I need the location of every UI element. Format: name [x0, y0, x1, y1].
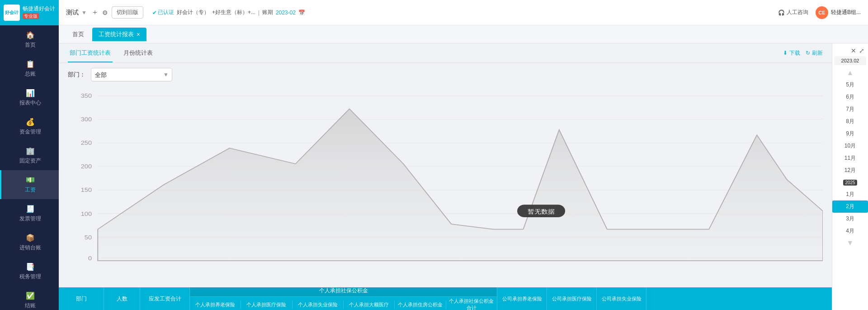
- tab-home[interactable]: 首页: [66, 28, 90, 41]
- col-personal-housing-fund: 个人承担住房公积金: [395, 300, 446, 309]
- month-7[interactable]: 7月: [832, 103, 868, 115]
- sidebar-item-reports[interactable]: 📊 报表中心: [0, 83, 59, 112]
- certified-badge: ✔ 已认证: [152, 9, 174, 16]
- sidebar: 好会计 畅捷通好会计 专业版 🏠 首页 📋 总账 📊 报表中心 💰 资金管理 🏢…: [0, 0, 59, 310]
- tab-salary-report[interactable]: 工资统计报表 ×: [92, 28, 146, 41]
- download-button[interactable]: ⬇ 下载: [783, 49, 800, 57]
- right-panel-controls: ✕ ⤢: [832, 43, 868, 54]
- col-personal-unemployment: 个人承担失业保险: [292, 300, 344, 309]
- right-panel-nav: ▲ 5月 6月 7月 8月 9月 10月 11月 12月 2025 1月 2月 …: [832, 67, 868, 310]
- trade-icon: 📦: [26, 234, 35, 242]
- sidebar-item-tax[interactable]: 📑 税务管理: [0, 257, 59, 286]
- month-9[interactable]: 9月: [832, 128, 868, 140]
- sub-tabbar: 部门工资统计表 月份统计表 ⬇ 下载 ↻ 刷新: [59, 43, 832, 63]
- sidebar-item-funds[interactable]: 💰 资金管理: [0, 112, 59, 141]
- month-1-2025[interactable]: 1月: [832, 188, 868, 200]
- tax-icon: 📑: [26, 262, 35, 271]
- refresh-icon: ↻: [806, 50, 810, 56]
- refresh-button[interactable]: ↻ 刷新: [806, 49, 823, 57]
- invoice-icon: 🧾: [26, 205, 35, 213]
- month-11[interactable]: 11月: [832, 152, 868, 164]
- main-body: 部门工资统计表 月份统计表 ⬇ 下载 ↻ 刷新: [59, 43, 832, 310]
- salary-icon: 💵: [26, 176, 35, 184]
- col-company-medical: 公司承担医疗保险: [547, 287, 597, 310]
- col-company-unemployment: 公司承担失业保险: [597, 287, 646, 310]
- col-personal-major-medical: 个人承担大额医疗: [344, 300, 395, 309]
- month-3-2025[interactable]: 3月: [832, 213, 868, 225]
- svg-text:暂无数据: 暂无数据: [528, 209, 555, 215]
- sub-tab-actions: ⬇ 下载 ↻ 刷新: [783, 49, 823, 57]
- department-filter: 全部 销售部 财务部 行政部 技术部 ▼: [91, 68, 172, 81]
- col-department: 部门: [59, 287, 104, 310]
- sidebar-item-home[interactable]: 🏠 首页: [0, 25, 59, 54]
- nav-up-button[interactable]: ▲: [845, 67, 856, 79]
- month-10[interactable]: 10月: [832, 140, 868, 152]
- tabbar: 首页 工资统计报表 ×: [59, 25, 868, 43]
- nav-down-button[interactable]: ▼: [845, 237, 856, 249]
- month-12[interactable]: 12月: [832, 164, 868, 176]
- sidebar-item-ledger[interactable]: 📋 总账: [0, 54, 59, 83]
- topbar: 测试 ▼ ＋ ⚙ 切到旧版 ✔ 已认证 好会计（专） +好生意（标）+... |…: [59, 0, 868, 25]
- close-panel-button[interactable]: ✕: [851, 47, 856, 54]
- tab-close-icon[interactable]: ×: [137, 31, 140, 38]
- svg-text:50: 50: [85, 234, 92, 240]
- sub-tab-monthly[interactable]: 月份统计表: [122, 44, 155, 62]
- panel-date-display: 2023.02: [834, 56, 866, 65]
- sidebar-item-salary[interactable]: 💵 工资: [0, 170, 59, 199]
- department-select[interactable]: 全部 销售部 财务部 行政部 技术部: [91, 68, 172, 81]
- main-area: 测试 ▼ ＋ ⚙ 切到旧版 ✔ 已认证 好会计（专） +好生意（标）+... |…: [59, 0, 868, 310]
- logo-icon: 好会计: [4, 5, 20, 21]
- month-4-2025[interactable]: 4月: [832, 225, 868, 237]
- col-personal-medical: 个人承担医疗保险: [241, 300, 292, 309]
- department-filter-label: 部门：: [68, 71, 85, 79]
- calendar-icon[interactable]: 📅: [298, 10, 305, 16]
- chart-area: 350 300 250 200 150 100 50 0: [59, 86, 832, 287]
- main-content-wrapper: 部门工资统计表 月份统计表 ⬇ 下载 ↻ 刷新: [59, 43, 868, 310]
- col-personal-total: 个人承担社保公积金合计: [446, 297, 497, 310]
- headset-icon: 🎧: [778, 10, 785, 16]
- col-personal-pension: 个人承担养老保险: [190, 300, 241, 309]
- group-personal-social: 个人承担社保公积金 个人承担养老保险 个人承担医疗保险 个人承担失业保险: [190, 287, 497, 310]
- svg-text:350: 350: [81, 93, 92, 99]
- month-5[interactable]: 5月: [832, 79, 868, 91]
- sidebar-logo: 好会计 畅捷通好会计 专业版: [0, 0, 59, 25]
- chart-svg: 350 300 250 200 150 100 50 0: [68, 91, 823, 274]
- table-header-row: 部门 人数 应发工资合计 个人承担社保公积金 个人承担养老保险: [59, 287, 832, 310]
- col-total-salary: 应发工资合计: [140, 287, 190, 310]
- company-name: 测试 ▼: [66, 9, 87, 17]
- svg-text:300: 300: [81, 116, 92, 123]
- switch-version-button[interactable]: 切到旧版: [112, 6, 143, 19]
- reports-icon: 📊: [26, 89, 35, 97]
- download-icon: ⬇: [783, 50, 788, 56]
- month-6[interactable]: 6月: [832, 91, 868, 103]
- sidebar-item-settle[interactable]: ✅ 结账: [0, 286, 59, 310]
- year-2025: 2025: [832, 176, 868, 188]
- expand-panel-button[interactable]: ⤢: [859, 47, 864, 54]
- user-menu[interactable]: CE 轻捷通B组...: [816, 6, 861, 19]
- ledger-icon: 📋: [26, 60, 35, 68]
- sidebar-nav: 🏠 首页 📋 总账 📊 报表中心 💰 资金管理 🏢 固定资产 💵 工资 🧾 发票…: [0, 25, 59, 310]
- svg-text:150: 150: [81, 187, 92, 193]
- topbar-actions: ＋ ⚙ 切到旧版: [91, 6, 143, 19]
- sidebar-item-assets[interactable]: 🏢 固定资产: [0, 141, 59, 170]
- svg-text:0: 0: [88, 255, 92, 262]
- sidebar-item-trade[interactable]: 📦 进销台账: [0, 228, 59, 257]
- svg-text:100: 100: [81, 210, 92, 217]
- topbar-right: 🎧 人工咨询 CE 轻捷通B组...: [778, 6, 861, 19]
- month-2-2025-active[interactable]: 2月: [832, 200, 868, 213]
- funds-icon: 💰: [26, 118, 35, 126]
- user-name: 轻捷通B组...: [831, 9, 861, 16]
- chart-wrapper: 350 300 250 200 150 100 50 0: [68, 91, 823, 283]
- avatar: CE: [816, 6, 828, 19]
- help-button[interactable]: 🎧 人工咨询: [778, 9, 808, 16]
- home-icon: 🏠: [26, 31, 35, 39]
- svg-text:250: 250: [81, 140, 92, 146]
- sidebar-item-invoice[interactable]: 🧾 发票管理: [0, 199, 59, 228]
- add-button[interactable]: ＋: [91, 8, 99, 17]
- gear-button[interactable]: ⚙: [102, 9, 108, 16]
- sub-tab-department[interactable]: 部门工资统计表: [68, 44, 113, 62]
- month-8[interactable]: 8月: [832, 115, 868, 128]
- assets-icon: 🏢: [26, 147, 35, 155]
- company-chevron-icon: ▼: [81, 10, 87, 16]
- col-headcount: 人数: [104, 287, 140, 310]
